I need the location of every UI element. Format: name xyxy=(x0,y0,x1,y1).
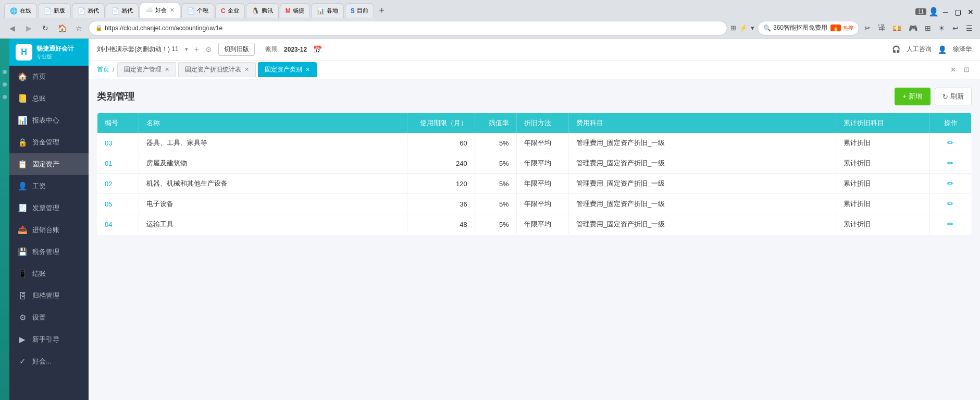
browser-tab-7[interactable]: C 企业 xyxy=(215,3,245,18)
browser-tab-6[interactable]: 📄 个税 xyxy=(181,3,214,18)
tab-depreciation-stats[interactable]: 固定资产折旧统计表 ✕ xyxy=(178,62,256,77)
search-icon: 🔍 xyxy=(763,25,771,32)
search-box[interactable]: 🔍 360智能抠图免费用 🔥 热搜 xyxy=(758,21,859,35)
table-row: 02 机器、机械和其他生产设备 120 5% 年限平均 管理费用_固定资产折旧_… xyxy=(97,174,972,194)
inner-close-icon[interactable]: ✕ xyxy=(948,65,958,75)
reload-btn[interactable]: ↻ xyxy=(39,21,52,35)
cell-code-0: 03 xyxy=(97,133,139,153)
cell-action-2[interactable]: ✏ xyxy=(930,174,972,194)
cut-btn[interactable]: ✂ xyxy=(862,23,873,33)
sidebar-item-guide[interactable]: ▶ 新手引导 xyxy=(9,329,89,350)
cell-accum-2: 累计折旧 xyxy=(836,174,930,194)
browser-tab-10[interactable]: 📊 各地 xyxy=(311,3,344,18)
translate-btn[interactable]: 译 xyxy=(876,22,887,34)
col-header-name: 名称 xyxy=(139,113,407,134)
edit-icon-0[interactable]: ✏ xyxy=(947,138,954,147)
breadcrumb-home-link[interactable]: 首页 xyxy=(97,65,109,74)
home-btn[interactable]: 🏠 xyxy=(55,21,69,35)
ledger-icon: 📒 xyxy=(18,94,27,103)
browser-maximize-btn[interactable]: ▢ xyxy=(952,8,963,16)
site-info-btn[interactable]: ⊞ xyxy=(730,24,736,32)
edit-icon-1[interactable]: ✏ xyxy=(947,159,954,167)
browser-tab-1[interactable]: 🌐 在线 xyxy=(4,3,37,18)
browser-tab-9[interactable]: M 畅捷 xyxy=(280,3,310,18)
address-input[interactable]: 🔒 https://cloud.chanjet.com/accounting/u… xyxy=(89,21,727,35)
cell-name-4: 运输工具 xyxy=(139,214,407,235)
sidebar-item-archive[interactable]: 🗄 归档管理 xyxy=(9,285,89,307)
cell-accum-0: 累计折旧 xyxy=(836,133,930,153)
sidebar-item-fixed-asset[interactable]: 📋 固定资产 xyxy=(9,153,89,175)
cell-action-4[interactable]: ✏ xyxy=(930,214,972,235)
browser-tab-3[interactable]: 📄 易代 xyxy=(72,3,105,18)
add-btn[interactable]: + 新增 xyxy=(895,88,931,105)
undo-btn[interactable]: ↩ xyxy=(950,23,961,33)
sidebar-item-report[interactable]: 📊 报表中心 xyxy=(9,110,89,131)
browser-tab-11[interactable]: S 目前 xyxy=(345,3,374,18)
back-btn[interactable]: ◀ xyxy=(5,21,19,35)
extension-btn[interactable]: ⚡ xyxy=(739,24,748,32)
cell-name-0: 器具、工具、家具等 xyxy=(139,133,407,153)
browser-tab-5-active[interactable]: ☁️ 好会 ✕ xyxy=(140,2,180,18)
cell-action-1[interactable]: ✏ xyxy=(930,153,972,174)
sidebar-item-home[interactable]: 🏠 首页 xyxy=(9,66,89,88)
game-btn[interactable]: 🎮 xyxy=(907,23,920,33)
sidebar-item-salary[interactable]: 👤 工资 xyxy=(9,175,89,197)
sidebar-item-fund[interactable]: 🔒 资金管理 xyxy=(9,131,89,153)
edit-icon-3[interactable]: ✏ xyxy=(947,199,954,208)
browser-tab-4[interactable]: 📄 易代 xyxy=(106,3,139,18)
col-header-rate: 残值率 xyxy=(475,113,516,134)
browser-tab-8[interactable]: 🐧 腾讯 xyxy=(246,3,279,18)
brightness-btn[interactable]: ☀ xyxy=(936,23,947,33)
add-account-btn[interactable]: + xyxy=(194,45,199,54)
sidebar-item-tax[interactable]: 💾 税务管理 xyxy=(9,241,89,263)
cell-method-0: 年限平均 xyxy=(516,133,568,153)
calendar-icon[interactable]: 📅 xyxy=(313,45,322,54)
sidebar-item-ledger[interactable]: 📒 总账 xyxy=(9,88,89,110)
menu-btn[interactable]: ☰ xyxy=(964,23,975,33)
sidebar-item-close[interactable]: 📱 结账 xyxy=(9,263,89,285)
close-tab-mgmt-icon[interactable]: ✕ xyxy=(165,66,169,73)
forward-btn[interactable]: ▶ xyxy=(22,21,35,35)
cell-period-4: 48 xyxy=(407,214,475,235)
sidebar-item-settings[interactable]: ⚙ 设置 xyxy=(9,307,89,329)
browser-tab-2[interactable]: 📄 新版 xyxy=(38,3,71,18)
new-tab-button[interactable]: + xyxy=(375,4,389,17)
close-tab-icon[interactable]: ✕ xyxy=(170,7,175,14)
cell-action-3[interactable]: ✏ xyxy=(930,194,972,214)
cell-accum-1: 累计折旧 xyxy=(836,153,930,174)
inner-maximize-icon[interactable]: ⊡ xyxy=(961,65,972,75)
browser-tabs-bar: 🌐 在线 📄 新版 📄 易代 📄 易代 ☁️ 好会 ✕ 📄 个税 C 企业 🐧 … xyxy=(0,0,980,18)
close-tab-stats-icon[interactable]: ✕ xyxy=(244,66,249,73)
refresh-btn[interactable]: ↻ 刷新 xyxy=(935,88,972,105)
user-dropdown-icon[interactable]: ▾ xyxy=(185,46,188,53)
settings-gear-icon[interactable]: ⚙ xyxy=(205,45,212,54)
browser-minimize-btn[interactable]: ─ xyxy=(941,8,950,16)
brand-sub: 专业版 xyxy=(36,53,74,60)
category-table: 编号 名称 使用期限（月） 残值率 折旧方法 费用科目 累计折旧科目 操作 03… xyxy=(97,113,972,235)
edit-icon-4[interactable]: ✏ xyxy=(947,220,954,228)
cell-rate-3: 5% xyxy=(475,194,516,214)
hot-badge: 🔥 xyxy=(830,25,841,31)
tab-fixed-asset-category[interactable]: 固定资产类别 ✕ xyxy=(258,62,317,77)
cell-name-1: 房屋及建筑物 xyxy=(139,153,407,174)
browser-profile-icon[interactable]: 👤 xyxy=(928,7,939,17)
address-down-btn[interactable]: ▾ xyxy=(751,24,754,32)
sidebar-item-purchase[interactable]: 📥 进销台账 xyxy=(9,219,89,241)
edit-icon-2[interactable]: ✏ xyxy=(947,179,954,188)
tab-fixed-asset-mgmt[interactable]: 固定资产管理 ✕ xyxy=(117,62,176,77)
home-icon: 🏠 xyxy=(18,72,27,81)
switch-version-btn[interactable]: 切到旧版 xyxy=(218,43,255,56)
sidebar-item-chanjet[interactable]: ✓ 好会... xyxy=(9,350,89,372)
close-tab-category-icon[interactable]: ✕ xyxy=(305,66,310,73)
grid-btn[interactable]: ⊞ xyxy=(923,23,933,33)
browser-close-btn[interactable]: ✕ xyxy=(965,8,976,16)
col-header-period: 使用期限（月） xyxy=(407,113,475,134)
support-label[interactable]: 人工咨询 xyxy=(907,45,932,54)
sidebar-item-invoice[interactable]: 🧾 发票管理 xyxy=(9,197,89,219)
edge-indicator-3 xyxy=(3,95,7,99)
cell-period-3: 36 xyxy=(407,194,475,214)
cell-code-2: 02 xyxy=(97,174,139,194)
bookmark-btn[interactable]: ☆ xyxy=(72,21,85,35)
currency-btn[interactable]: 💴 xyxy=(890,23,903,33)
cell-action-0[interactable]: ✏ xyxy=(930,133,972,153)
